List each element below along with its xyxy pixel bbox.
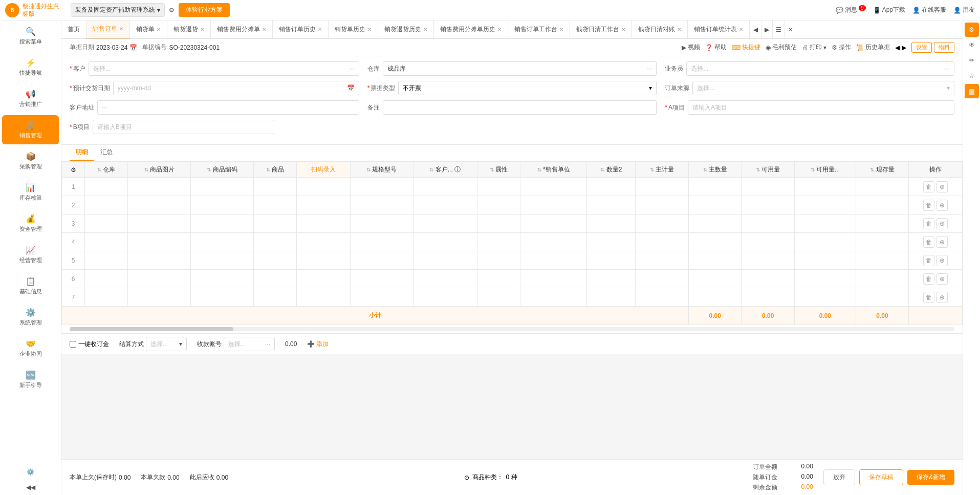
row-spec-5[interactable] (350, 251, 413, 270)
row-delete-btn-6[interactable]: 🗑 (923, 273, 934, 285)
tab-close-icon[interactable]: ✕ (621, 27, 625, 32)
ticket-type-select[interactable]: 不开票 ▾ (398, 81, 657, 95)
row-warehouse-2[interactable] (85, 196, 128, 214)
tab-home[interactable]: 首页 (61, 20, 86, 39)
row-unit-1[interactable] (520, 178, 587, 196)
row-goods-3[interactable] (254, 214, 297, 233)
tab-sales-order-workbench[interactable]: 销售订单工作台 ✕ (508, 20, 570, 39)
row-delete-btn-1[interactable]: 🗑 (923, 181, 934, 192)
row-qty2-3[interactable] (587, 214, 636, 233)
row-main-qty-5[interactable] (688, 251, 742, 270)
one-click-checkout-checkbox[interactable]: 一键收订金 (70, 340, 109, 349)
detail-tab-summary[interactable]: 汇总 (94, 145, 119, 161)
row-available-4[interactable] (742, 233, 795, 251)
tab-sales-refund-history[interactable]: 销货退货历史 ✕ (378, 20, 434, 39)
row-scan-6[interactable] (297, 270, 351, 288)
sidebar-item-operations[interactable]: 📈 经营管理 (2, 240, 59, 269)
row-main-qty-2[interactable] (688, 196, 742, 214)
row-delete-btn-7[interactable]: 🗑 (923, 292, 934, 303)
sidebar-item-purchase[interactable]: 📦 采购管理 (2, 146, 59, 176)
one-click-checkbox[interactable] (70, 341, 76, 348)
row-warehouse-6[interactable] (85, 270, 128, 288)
row-scan-3[interactable] (297, 214, 351, 233)
shortcut-btn[interactable]: ⌨ 快捷键 (732, 43, 760, 52)
tab-close-icon[interactable]: ✕ (677, 27, 681, 32)
row-stock-4[interactable] (856, 233, 909, 251)
save-new-button[interactable]: 保存&新增 (907, 470, 954, 485)
right-panel-star-btn[interactable]: ☆ (965, 69, 979, 83)
sidebar-item-sales[interactable]: 🛒 销售管理 (2, 115, 59, 144)
row-delete-btn-4[interactable]: 🗑 (923, 236, 934, 248)
tab-close-icon[interactable]: ✕ (497, 27, 502, 32)
row-qty2-4[interactable] (587, 233, 636, 251)
row-copy-btn-5[interactable]: ⊕ (937, 255, 948, 266)
th-spec[interactable]: ⇅ 规格型号 (350, 162, 413, 178)
row-qty2-5[interactable] (587, 251, 636, 270)
sidebar-item-enterprise[interactable]: 🤝 企业协同 (2, 334, 59, 363)
row-available2-3[interactable] (795, 214, 856, 233)
row-main-unit-6[interactable] (636, 270, 689, 288)
a-project-input[interactable]: 请输入A项目 (688, 100, 954, 115)
horizontal-scrollbar[interactable] (70, 327, 954, 331)
th-image[interactable]: ⇅ 商品图片 (128, 162, 191, 178)
tab-close-icon[interactable]: ✕ (157, 27, 161, 32)
row-available-5[interactable] (742, 251, 795, 270)
tab-next-button[interactable]: ▶ (761, 20, 772, 39)
detail-tab-detail[interactable]: 明细 (70, 145, 94, 161)
row-customer-code-4[interactable] (413, 233, 477, 251)
sidebar-item-finance[interactable]: 💰 资金管理 (2, 209, 59, 238)
row-image-7[interactable] (128, 288, 191, 307)
row-main-qty-7[interactable] (688, 288, 742, 307)
row-image-1[interactable] (128, 178, 191, 196)
salesperson-input[interactable]: 选择... ··· (686, 61, 954, 76)
row-image-5[interactable] (128, 251, 191, 270)
add-payment-button[interactable]: ➕ 添加 (307, 340, 329, 349)
view-btn[interactable]: ▶ 视频 (682, 43, 700, 52)
row-customer-code-6[interactable] (413, 270, 477, 288)
sidebar-item-search[interactable]: 🔍 搜索菜单 (2, 21, 59, 51)
sidebar-item-system[interactable]: ⚙️ 系统管理 (2, 303, 59, 332)
tab-close-icon[interactable]: ✕ (423, 27, 427, 32)
nav-left-icon[interactable]: ◀ (895, 44, 900, 51)
row-unit-7[interactable] (520, 288, 587, 307)
material-button[interactable]: 物料 (934, 42, 954, 53)
row-goods-7[interactable] (254, 288, 297, 307)
row-stock-3[interactable] (856, 214, 909, 233)
th-main-unit[interactable]: ⇅ 主计量 (636, 162, 689, 178)
row-customer-code-7[interactable] (413, 288, 477, 307)
row-image-3[interactable] (128, 214, 191, 233)
b-project-input[interactable]: 请输入B项目 (93, 120, 274, 134)
row-available-2[interactable] (742, 196, 795, 214)
row-copy-btn-6[interactable]: ⊕ (937, 273, 948, 285)
row-available2-4[interactable] (795, 233, 856, 251)
row-copy-btn-3[interactable]: ⊕ (937, 218, 948, 229)
th-scan[interactable]: 扫码录入 (297, 162, 351, 178)
row-copy-btn-2[interactable]: ⊕ (937, 200, 948, 211)
customer-input[interactable]: 选择... ··· (89, 61, 359, 76)
online-service-item[interactable]: 👤 在线客服 (912, 6, 946, 14)
row-available-6[interactable] (742, 270, 795, 288)
tab-close-icon[interactable]: ✕ (119, 26, 123, 32)
tab-close-all-button[interactable]: ✕ (785, 20, 796, 39)
settings-button[interactable]: 设置 (911, 42, 932, 53)
th-attribute[interactable]: ⇅ 属性 (477, 162, 520, 178)
row-image-2[interactable] (128, 196, 191, 214)
row-code-4[interactable] (191, 233, 254, 251)
sidebar-collapse-button[interactable]: ◀◀ (0, 480, 61, 495)
row-scan-2[interactable] (297, 196, 351, 214)
row-code-7[interactable] (191, 288, 254, 307)
row-qty2-2[interactable] (587, 196, 636, 214)
tab-sales-refund[interactable]: 销货退货 ✕ (167, 20, 211, 39)
row-main-unit-1[interactable] (636, 178, 689, 196)
tab-close-icon[interactable]: ✕ (559, 27, 563, 32)
row-available-7[interactable] (742, 288, 795, 307)
user-item[interactable]: 👤 用友 (953, 6, 975, 14)
row-attribute-4[interactable] (477, 233, 520, 251)
row-stock-7[interactable] (856, 288, 909, 307)
row-main-unit-4[interactable] (636, 233, 689, 251)
row-warehouse-4[interactable] (85, 233, 128, 251)
th-available[interactable]: ⇅ 可用量 (742, 162, 795, 178)
row-attribute-7[interactable] (477, 288, 520, 307)
right-panel-view-btn[interactable]: 👁 (965, 38, 979, 52)
nav-right-icon[interactable]: ▶ (902, 44, 906, 51)
